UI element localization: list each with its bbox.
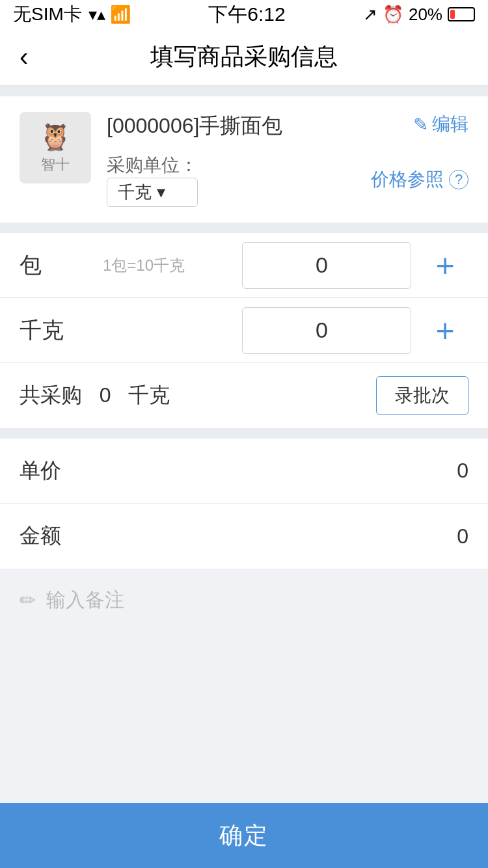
price-ref-link[interactable]: 价格参照 ? bbox=[371, 167, 468, 192]
kg-label: 千克 bbox=[20, 316, 98, 346]
notes-input-row[interactable]: ✏ 输入备注 bbox=[20, 587, 468, 614]
status-time: 下午6:12 bbox=[208, 1, 285, 28]
pencil-icon: ✏ bbox=[20, 589, 36, 612]
kg-input-row: 千克 + bbox=[0, 298, 488, 363]
notes-placeholder: 输入备注 bbox=[46, 587, 124, 614]
status-right: ↗ ⏰ 20% bbox=[363, 5, 475, 25]
amount-label: 金额 bbox=[20, 522, 61, 550]
alarm-icon: ⏰ bbox=[383, 5, 403, 25]
location-icon: ↗ bbox=[363, 5, 377, 25]
kg-input-right: + bbox=[98, 307, 468, 354]
product-header: [0000006]手撕面包 ✎ 编辑 bbox=[107, 112, 468, 141]
status-left: 无SIM卡 ▾▴ 📶 bbox=[13, 2, 131, 27]
back-button[interactable]: ‹ bbox=[20, 42, 28, 72]
kg-plus-button[interactable]: + bbox=[422, 307, 468, 354]
summary-unit: 千克 bbox=[128, 383, 170, 407]
purchase-unit-label: 采购单位： bbox=[107, 155, 198, 175]
unit-selector[interactable]: 千克 ▾ bbox=[107, 178, 198, 207]
edit-link[interactable]: ✎ 编辑 bbox=[413, 112, 468, 137]
battery-percentage: 20% bbox=[409, 5, 442, 25]
product-name: [0000006]手撕面包 bbox=[107, 112, 282, 141]
edit-label: 编辑 bbox=[432, 112, 468, 137]
bag-input-row: 包 1包=10千克 + bbox=[0, 233, 488, 298]
divider-top bbox=[0, 86, 488, 96]
bag-input-right: + bbox=[185, 242, 468, 289]
help-icon: ? bbox=[449, 170, 468, 189]
confirm-button[interactable]: 确定 bbox=[0, 803, 488, 868]
input-section: 包 1包=10千克 + 千克 + bbox=[0, 233, 488, 363]
bag-input[interactable] bbox=[242, 242, 411, 289]
unit-price-value: 0 bbox=[457, 459, 468, 483]
divider-mid bbox=[0, 223, 488, 233]
dropdown-icon: ▾ bbox=[157, 182, 165, 202]
price-section: 单价 0 金额 0 bbox=[0, 439, 488, 569]
summary-text: 共采购 0 千克 bbox=[20, 381, 170, 410]
bag-sublabel: 1包=10千克 bbox=[103, 255, 185, 276]
wifi-icon: ▾▴ 📶 bbox=[88, 5, 131, 25]
amount-value: 0 bbox=[457, 524, 468, 549]
carrier-label: 无SIM卡 bbox=[13, 2, 82, 27]
batch-button[interactable]: 录批次 bbox=[376, 376, 468, 415]
price-ref-label: 价格参照 bbox=[371, 167, 444, 192]
product-info: [0000006]手撕面包 ✎ 编辑 采购单位： 千克 ▾ 价格参照 ? bbox=[107, 112, 468, 207]
bag-plus-button[interactable]: + bbox=[422, 242, 468, 289]
battery-icon bbox=[448, 7, 475, 21]
page-title: 填写商品采购信息 bbox=[150, 41, 338, 73]
unit-value: 千克 bbox=[118, 181, 152, 204]
amount-row: 金额 0 bbox=[0, 504, 488, 569]
product-card: 🦉 智十 [0000006]手撕面包 ✎ 编辑 采购单位： 千克 ▾ 价格参照 … bbox=[0, 96, 488, 223]
purchase-unit-row: 采购单位： 千克 ▾ 价格参照 ? bbox=[107, 152, 468, 207]
kg-input[interactable] bbox=[242, 307, 411, 354]
notes-section: ✏ 输入备注 bbox=[0, 569, 488, 764]
summary-row: 共采购 0 千克 录批次 bbox=[0, 363, 488, 428]
owl-icon: 🦉 bbox=[39, 122, 72, 152]
owl-text: 智十 bbox=[41, 155, 70, 174]
summary-quantity: 0 bbox=[100, 383, 111, 407]
divider-price-top bbox=[0, 428, 488, 439]
edit-icon: ✎ bbox=[413, 114, 428, 135]
summary-label: 共采购 bbox=[20, 383, 82, 407]
status-bar: 无SIM卡 ▾▴ 📶 下午6:12 ↗ ⏰ 20% bbox=[0, 0, 488, 29]
unit-price-row: 单价 0 bbox=[0, 439, 488, 504]
product-thumbnail: 🦉 智十 bbox=[20, 112, 91, 183]
unit-price-label: 单价 bbox=[20, 457, 61, 485]
nav-bar: ‹ 填写商品采购信息 bbox=[0, 29, 488, 86]
bag-label: 包 bbox=[20, 251, 98, 280]
